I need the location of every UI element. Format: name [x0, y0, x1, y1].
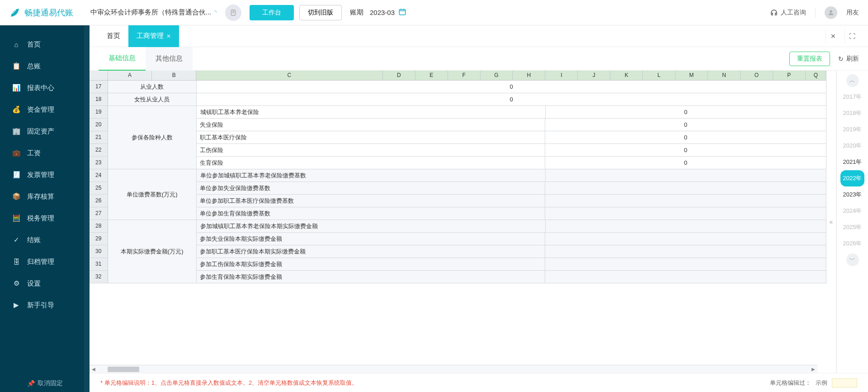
- year-2025年[interactable]: 2025年: [840, 219, 865, 235]
- subtab-basic-info[interactable]: 基础信息: [99, 47, 146, 71]
- col-header-J[interactable]: J: [578, 71, 610, 80]
- user-avatar[interactable]: [825, 6, 837, 19]
- col-header-P[interactable]: P: [773, 71, 806, 80]
- row-header[interactable]: 21: [90, 131, 108, 143]
- unpin-sidebar[interactable]: 📌 取消固定: [0, 379, 90, 387]
- col-header-L[interactable]: L: [643, 71, 675, 80]
- cell-group-label[interactable]: 本期实际缴费金额(万元): [108, 220, 197, 283]
- cell[interactable]: [545, 182, 826, 194]
- tab-business-admin[interactable]: 工商管理 ✕: [128, 25, 179, 47]
- tab-home[interactable]: 首页: [99, 25, 128, 47]
- cell[interactable]: [545, 233, 826, 245]
- cell[interactable]: [545, 258, 826, 270]
- sidebar-item-5[interactable]: 💼工资: [0, 142, 90, 164]
- sidebar-item-6[interactable]: 🧾发票管理: [0, 164, 90, 186]
- col-header-K[interactable]: K: [610, 71, 643, 80]
- cell[interactable]: 工伤保险: [196, 144, 546, 156]
- cell[interactable]: 失业保险: [196, 119, 546, 131]
- collapse-year-panel[interactable]: «: [826, 71, 836, 373]
- row-header[interactable]: 17: [90, 81, 108, 93]
- switch-old-button[interactable]: 切到旧版: [299, 5, 342, 20]
- support-link[interactable]: 人工咨询: [770, 9, 806, 17]
- cell[interactable]: 职工基本医疗保险: [196, 131, 546, 143]
- year-scroll-up[interactable]: ︿: [846, 74, 859, 87]
- cell[interactable]: 0: [545, 144, 826, 156]
- sidebar-item-3[interactable]: 💰资金管理: [0, 99, 90, 120]
- year-2018年[interactable]: 2018年: [840, 105, 865, 121]
- col-header-E[interactable]: E: [415, 71, 448, 80]
- row-header[interactable]: 27: [90, 207, 108, 220]
- year-2017年[interactable]: 2017年: [840, 89, 865, 105]
- cell[interactable]: 单位参加失业保险缴费基数: [196, 182, 546, 194]
- cell[interactable]: [545, 207, 826, 220]
- horizontal-scrollbar[interactable]: ◀ ▶: [90, 365, 817, 373]
- cell[interactable]: 0: [197, 81, 826, 93]
- row-header[interactable]: 28: [90, 220, 108, 232]
- cell[interactable]: 城镇职工基本养老保险: [197, 106, 546, 118]
- col-header-I[interactable]: I: [545, 71, 578, 80]
- fullscreen-icon[interactable]: ⛶: [844, 29, 859, 43]
- row-header[interactable]: 23: [90, 157, 108, 169]
- scroll-thumb[interactable]: [108, 367, 139, 372]
- cell[interactable]: 0: [197, 93, 826, 105]
- scroll-right-arrow[interactable]: ▶: [809, 365, 817, 373]
- cell[interactable]: 参加职工基本医疗保险本期实际缴费金额: [196, 245, 546, 258]
- sidebar-scrollbar[interactable]: [84, 25, 90, 392]
- col-header-D[interactable]: D: [383, 71, 415, 80]
- cell[interactable]: 单位参加生育保险缴费基数: [196, 207, 546, 220]
- clipboard-icon[interactable]: [225, 5, 241, 21]
- sidebar-item-11[interactable]: ⚙设置: [0, 272, 90, 294]
- row-header[interactable]: 25: [90, 182, 108, 194]
- year-2026年[interactable]: 2026年: [840, 235, 865, 252]
- row-header[interactable]: 22: [90, 144, 108, 156]
- cell-group-label[interactable]: 参保各险种人数: [108, 106, 197, 169]
- row-header[interactable]: 20: [90, 119, 108, 131]
- col-header-G[interactable]: G: [481, 71, 513, 80]
- row-header[interactable]: 29: [90, 233, 108, 245]
- col-header-N[interactable]: N: [708, 71, 741, 80]
- col-header-A[interactable]: A: [108, 71, 152, 80]
- row-header[interactable]: 31: [90, 258, 108, 270]
- cell[interactable]: 0: [545, 119, 826, 131]
- year-2021年[interactable]: 2021年: [840, 154, 865, 170]
- sidebar-item-10[interactable]: 🗄归档管理: [0, 251, 90, 272]
- cell[interactable]: [546, 220, 826, 232]
- sidebar-item-0[interactable]: ⌂首页: [0, 33, 90, 55]
- spreadsheet[interactable]: ABCDEFGHIJKLMNOPQ 17从业人数018女性从业人员019参保各险…: [90, 71, 826, 373]
- cell[interactable]: 参加工伤保险本期实际缴费金额: [196, 258, 546, 270]
- cell[interactable]: [546, 169, 826, 182]
- row-header[interactable]: 24: [90, 169, 108, 182]
- calendar-icon[interactable]: [398, 8, 406, 17]
- cell[interactable]: 从业人数: [108, 81, 197, 93]
- close-icon[interactable]: ✕: [166, 33, 171, 39]
- year-2022年[interactable]: 2022年: [840, 170, 865, 186]
- subtab-other-info[interactable]: 其他信息: [146, 47, 193, 71]
- workbench-button[interactable]: 工作台: [250, 5, 294, 20]
- sidebar-item-1[interactable]: 📋总账: [0, 55, 90, 77]
- cell[interactable]: 生育保险: [196, 157, 546, 169]
- row-header[interactable]: 26: [90, 195, 108, 207]
- org-selector[interactable]: 中审众环会计师事务所（特殊普通合伙... ﹀: [90, 8, 217, 17]
- cell[interactable]: [545, 245, 826, 258]
- cell[interactable]: 单位参加城镇职工基本养老保险缴费基数: [197, 169, 546, 182]
- year-2020年[interactable]: 2020年: [840, 138, 865, 154]
- cell[interactable]: 0: [545, 157, 826, 169]
- cell[interactable]: [545, 195, 826, 207]
- row-header[interactable]: 30: [90, 245, 108, 258]
- col-header-C[interactable]: C: [196, 71, 383, 80]
- year-2023年[interactable]: 2023年: [840, 186, 865, 203]
- sidebar-item-12[interactable]: ▶新手引导: [0, 294, 90, 316]
- cell[interactable]: 0: [545, 131, 826, 143]
- cell[interactable]: 单位参加职工基本医疗保险缴费基数: [196, 195, 546, 207]
- row-header[interactable]: 18: [90, 93, 108, 105]
- sidebar-item-8[interactable]: 🧮税务管理: [0, 207, 90, 229]
- col-header-H[interactable]: H: [513, 71, 545, 80]
- cell[interactable]: 参加城镇职工基本养老保险本期实际缴费金额: [197, 220, 546, 232]
- cell[interactable]: 0: [546, 106, 826, 118]
- cell[interactable]: [545, 271, 826, 283]
- col-header-M[interactable]: M: [675, 71, 708, 80]
- col-header-B[interactable]: B: [152, 71, 196, 80]
- scroll-left-arrow[interactable]: ◀: [90, 365, 98, 373]
- year-2019年[interactable]: 2019年: [840, 121, 865, 138]
- close-all-tabs-icon[interactable]: ✕: [826, 29, 840, 43]
